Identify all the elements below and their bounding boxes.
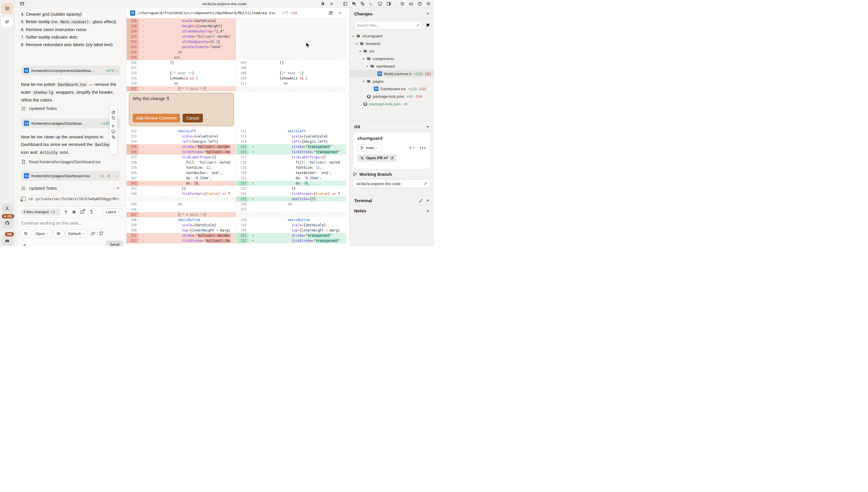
git-compare-icon[interactable] bbox=[360, 1, 365, 6]
mode-dropdown[interactable]: Default bbox=[66, 229, 88, 238]
github-cat-icon[interactable] bbox=[99, 231, 104, 236]
chevron-down-icon bbox=[376, 147, 379, 149]
file-chip-dashboard-edit[interactable]: TS frontend/src/pages/Dashboar... +130 -… bbox=[21, 118, 120, 128]
github-icon bbox=[5, 220, 10, 226]
terminal-section-header[interactable]: Terminal ▼ bbox=[350, 195, 434, 204]
diff-line: 316+ tickStroke="transparent" bbox=[236, 149, 346, 155]
collapse-icon[interactable] bbox=[416, 24, 420, 27]
tree-item-src[interactable]: ▾src bbox=[350, 47, 434, 55]
settings-icon[interactable] bbox=[426, 1, 431, 6]
tree-item-components[interactable]: ▾components bbox=[350, 55, 434, 63]
drag-handle-icon[interactable]: ••• bbox=[112, 104, 116, 106]
git-section-header[interactable]: Git ▼ bbox=[350, 121, 434, 130]
diff-line bbox=[236, 86, 346, 91]
pencil-icon[interactable] bbox=[424, 182, 427, 186]
diff-line: 315+ stroke="transparent" bbox=[236, 144, 346, 149]
spinner-icon bbox=[88, 210, 93, 215]
panel-left-icon[interactable] bbox=[343, 1, 348, 6]
branch-dropdown[interactable]: main bbox=[357, 144, 382, 151]
add-review-comment-button[interactable]: Add Review Comment bbox=[133, 114, 180, 122]
search-input[interactable] bbox=[357, 23, 414, 28]
attach-icon[interactable] bbox=[91, 231, 96, 236]
copy-icon[interactable] bbox=[111, 116, 116, 120]
tree-item-multilinearea-tsx[interactable]: TSMultiLineArea.tsx+110 -162 bbox=[350, 70, 434, 77]
read-file-row[interactable]: Read frontend/src/pages/Dashboard.tsx bbox=[21, 159, 120, 165]
git-compare-icon[interactable] bbox=[111, 135, 116, 139]
changes-section-header[interactable]: Changes ▼ bbox=[350, 9, 434, 18]
file-chip-multilinearea[interactable]: TS frontend/src/components/dashboa... +4… bbox=[21, 66, 120, 75]
tree-item-package-lock-json[interactable]: package-lock.json+61 -104 bbox=[350, 93, 434, 100]
diff-line: 322+ dx: -8, bbox=[236, 181, 346, 186]
tree-item-package-lock-json[interactable]: package-lock.json+6 bbox=[350, 100, 434, 107]
fast-forward-button[interactable] bbox=[53, 229, 64, 238]
working-branch-input[interactable]: vk/4e2a-explore-the-code bbox=[353, 179, 430, 188]
diff-line bbox=[236, 55, 346, 60]
assistant-paragraph: Now let me clean up the unused imports i… bbox=[21, 133, 120, 156]
help-icon[interactable] bbox=[417, 1, 422, 6]
updated-todos-row[interactable]: Updated Todos bbox=[21, 106, 120, 111]
diff-edit-icon[interactable] bbox=[328, 10, 333, 16]
tree-item-frontend[interactable]: ▾frontend bbox=[350, 40, 434, 47]
diff-line: 338 fill: 'hsl(var(--muted bbox=[126, 160, 236, 165]
pause-icon[interactable] bbox=[320, 1, 325, 6]
github-link[interactable] bbox=[1, 218, 13, 228]
panel-right-icon[interactable] bbox=[386, 1, 391, 6]
composer: 4 files changed +3... Latest Continue wo… bbox=[18, 206, 126, 246]
megaphone-icon[interactable] bbox=[408, 1, 414, 6]
commits-ahead[interactable]: 1 bbox=[408, 146, 415, 150]
diff-line: 343 }} bbox=[126, 186, 236, 191]
open-pr-button[interactable]: Open PR #7 bbox=[357, 154, 397, 162]
chevron-down-icon[interactable] bbox=[337, 10, 343, 16]
play-icon[interactable] bbox=[111, 124, 116, 128]
settings-sliders-button[interactable] bbox=[21, 229, 31, 238]
terminal-command-row[interactable]: cd /private/var/folders/10/h7w0q46556ggr… bbox=[21, 197, 120, 201]
more-actions-icon[interactable]: ••• bbox=[420, 145, 426, 151]
file-chip-dashboard-small-edit[interactable]: TS frontend/src/pages/Dashboard.tsx +1 -… bbox=[21, 171, 120, 181]
message-input[interactable]: Continue working on this task... bbox=[18, 218, 126, 227]
cancel-button[interactable]: Cancel bbox=[183, 114, 203, 122]
diff-line: 320 textAnchor: 'end', bbox=[236, 170, 346, 175]
diff-line: 344 tickFormat={(value) => f bbox=[126, 191, 236, 196]
diff-line: 342- dx: -4, bbox=[126, 181, 236, 186]
git-card: churnguard main 1 ••• Open PR #7 bbox=[353, 132, 430, 169]
menu-icon[interactable] bbox=[400, 1, 405, 6]
floating-toolbar: ••• bbox=[110, 102, 117, 154]
notes-section-header[interactable]: Notes ▼ bbox=[350, 205, 434, 214]
tree-item-dashboard-tsx[interactable]: TSDashboard.tsx+131 -233 bbox=[350, 85, 434, 93]
chevrons-up-icon[interactable] bbox=[329, 1, 334, 6]
highlighter-icon[interactable] bbox=[22, 243, 27, 246]
updated-todos-row[interactable]: Updated Todos bbox=[21, 186, 120, 191]
diff-line: 308 bbox=[236, 65, 346, 71]
diff-line: 317 tickLabelProps={{ bbox=[236, 155, 346, 160]
spark-icon[interactable] bbox=[71, 210, 77, 215]
monitor-icon[interactable] bbox=[111, 129, 116, 134]
diff-alignment-gap bbox=[236, 91, 346, 128]
comment-input[interactable]: Why this change ? bbox=[133, 96, 230, 101]
tree-item-pages[interactable]: ▾pages bbox=[350, 77, 434, 85]
arrow-up-icon[interactable] bbox=[63, 210, 69, 215]
additions-count: +110 bbox=[414, 72, 422, 76]
files-changed-pill[interactable]: 4 files changed +3... bbox=[21, 208, 61, 215]
file-search[interactable] bbox=[354, 21, 422, 29]
github-cat-icon[interactable] bbox=[425, 23, 430, 28]
expand-icon[interactable] bbox=[419, 199, 423, 202]
discord-link[interactable] bbox=[1, 236, 13, 246]
send-button[interactable]: Send bbox=[106, 241, 123, 246]
latest-dropdown[interactable]: Latest bbox=[103, 208, 123, 215]
archive-icon[interactable] bbox=[20, 1, 25, 6]
workspace-active-tab[interactable] bbox=[1, 3, 13, 14]
tree-item-churnguard[interactable]: ▾churnguard bbox=[350, 32, 434, 40]
messages-icon[interactable] bbox=[351, 1, 356, 6]
chevron-down-icon[interactable] bbox=[115, 186, 120, 191]
monitor-icon[interactable] bbox=[377, 1, 383, 6]
workspace-tab[interactable] bbox=[1, 17, 13, 28]
todo-list-icon[interactable] bbox=[79, 210, 85, 215]
model-dropdown[interactable]: Opus bbox=[33, 229, 52, 238]
square-pen-icon[interactable] bbox=[111, 110, 116, 115]
tree-item-dashboard[interactable]: ▾dashboard bbox=[350, 63, 434, 70]
terminal-icon[interactable] bbox=[369, 1, 374, 6]
account-button[interactable] bbox=[1, 203, 13, 214]
sliders-icon bbox=[23, 231, 28, 236]
star-icon: ★ bbox=[4, 215, 6, 218]
diff-alignment-gap: Why this change ?Add Review CommentCance… bbox=[126, 91, 236, 128]
